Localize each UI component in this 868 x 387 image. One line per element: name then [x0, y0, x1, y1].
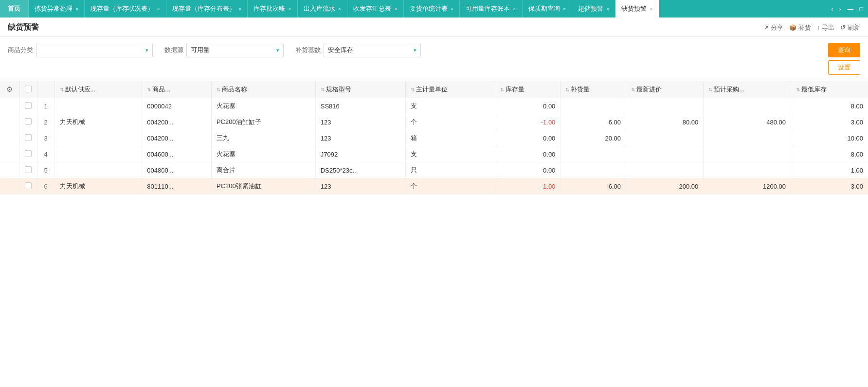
tab-exception-label: 拣货异常处理 — [35, 4, 72, 13]
table-row[interactable]: 2 力天机械 004200... PC200油缸缸子 123 个 -1.00 6… — [0, 114, 868, 130]
th-name-sort-icon[interactable]: ⇅ — [217, 87, 220, 92]
tab-expiry[interactable]: 保质期查询 × — [523, 0, 572, 18]
row-checkbox-3[interactable] — [25, 150, 32, 157]
replenish-value: 安全库存 — [328, 46, 353, 54]
window-minimize[interactable]: — — [844, 0, 856, 18]
tab-scroll-left[interactable]: ‹ — [828, 0, 836, 18]
th-checkbox — [19, 81, 37, 98]
td-rownum-0: 1 — [37, 98, 54, 114]
td-latest-price-3 — [626, 146, 703, 162]
page-title: 缺货预警 — [8, 22, 39, 33]
tab-shortage[interactable]: 缺货预警 × — [615, 0, 659, 18]
th-latest-price-sort-icon[interactable]: ⇅ — [631, 87, 635, 92]
table-row[interactable]: 4 004600... 火花塞 J7092 支 0.00 8.00 — [0, 146, 868, 162]
replenish-select[interactable]: 安全库存 ▾ — [324, 43, 421, 57]
th-replenish-qty-sort-icon[interactable]: ⇅ — [565, 87, 569, 92]
tab-demand-stat-close[interactable]: × — [451, 6, 453, 12]
share-icon: ↗ — [764, 24, 769, 31]
export-button[interactable]: ↑ 导出 — [817, 23, 834, 32]
tab-demand-stat-label: 要货单统计表 — [410, 4, 448, 13]
td-unit-5: 个 — [405, 178, 495, 194]
row-checkbox-5[interactable] — [25, 182, 32, 189]
datasource-chevron-icon: ▾ — [276, 47, 279, 53]
tab-expiry-close[interactable]: × — [563, 6, 566, 12]
td-code-0: 0000042 — [142, 98, 212, 114]
tab-nav-buttons: ‹ › — □ — [826, 0, 868, 18]
td-settings-5 — [0, 178, 19, 194]
td-rownum-1: 2 — [37, 114, 54, 130]
replenish-button[interactable]: 📦 补货 — [789, 23, 811, 32]
table-row[interactable]: 5 004800... 离合片 DS250*23c... 只 0.00 1.00 — [0, 162, 868, 178]
tab-inventory-dist-close[interactable]: × — [238, 6, 241, 12]
tab-inout-flow-close[interactable]: × — [338, 6, 341, 12]
tab-scroll-right[interactable]: › — [836, 0, 844, 18]
td-latest-price-1: 80.00 — [626, 114, 703, 130]
row-checkbox-2[interactable] — [25, 134, 32, 141]
td-settings-0 — [0, 98, 19, 114]
td-stock-4: 0.00 — [495, 162, 561, 178]
tab-inout-flow-label: 出入库流水 — [304, 4, 335, 13]
th-unit-sort-icon[interactable]: ⇅ — [411, 87, 415, 92]
th-min-stock-sort-icon[interactable]: ⇅ — [796, 87, 800, 92]
category-select[interactable]: ▾ — [36, 43, 153, 57]
select-all-checkbox[interactable] — [25, 86, 32, 92]
tab-exception-close[interactable]: × — [75, 6, 78, 12]
th-supplier-sort-icon[interactable]: ⇅ — [60, 87, 64, 92]
table-row[interactable]: 3 004200... 三九 123 箱 0.00 20.00 10.00 — [0, 130, 868, 146]
td-checkbox-0 — [19, 98, 37, 114]
th-code-sort-icon[interactable]: ⇅ — [147, 87, 151, 92]
td-rownum-4: 5 — [37, 162, 54, 178]
refresh-button[interactable]: ↺ 刷新 — [840, 23, 860, 32]
th-min-stock: ⇅ 最低库存 — [791, 81, 868, 98]
tab-inventory-dist[interactable]: 现存量（库存分布表） × — [166, 0, 248, 18]
tab-recv-send-close[interactable]: × — [394, 6, 397, 12]
share-button[interactable]: ↗ 分享 — [764, 23, 783, 32]
data-table: ⚙ ⇅ 默认供应... — [0, 81, 868, 194]
settings-button[interactable]: 设置 — [828, 60, 860, 75]
tab-available[interactable]: 可用量库存账本 × — [460, 0, 522, 18]
td-replenish-qty-0 — [561, 98, 626, 114]
window-maximize[interactable]: □ — [856, 0, 866, 18]
tab-inout-flow[interactable]: 出入库流水 × — [298, 0, 347, 18]
row-checkbox-0[interactable] — [25, 102, 32, 109]
tab-inventory-status-close[interactable]: × — [157, 6, 160, 12]
tab-batch-account-close[interactable]: × — [288, 6, 291, 12]
th-stock-label: 库存量 — [506, 85, 524, 94]
table-row[interactable]: 1 0000042 火花塞 SS816 支 0.00 8.00 — [0, 98, 868, 114]
tab-shortage-close[interactable]: × — [650, 6, 652, 12]
row-checkbox-4[interactable] — [25, 166, 32, 173]
td-stock-3: 0.00 — [495, 146, 561, 162]
tab-inventory-dist-label: 现存量（库存分布表） — [172, 4, 235, 13]
export-label: 导出 — [822, 23, 834, 32]
th-est-purchase-sort-icon[interactable]: ⇅ — [708, 87, 712, 92]
td-est-purchase-4 — [704, 162, 791, 178]
td-supplier-0 — [54, 98, 142, 114]
td-unit-1: 个 — [405, 114, 495, 130]
th-est-purchase: ⇅ 预计采购... — [704, 81, 791, 98]
query-button[interactable]: 查询 — [828, 43, 860, 57]
td-supplier-2 — [54, 130, 142, 146]
datasource-select[interactable]: 可用量 ▾ — [186, 43, 284, 57]
row-checkbox-1[interactable] — [25, 118, 32, 125]
th-spec-sort-icon[interactable]: ⇅ — [321, 87, 325, 92]
tab-demand-stat[interactable]: 要货单统计表 × — [404, 0, 460, 18]
th-stock-sort-icon[interactable]: ⇅ — [500, 87, 504, 92]
th-settings: ⚙ — [0, 81, 19, 98]
td-checkbox-3 — [19, 146, 37, 162]
tab-home[interactable]: 首页 — [0, 0, 29, 18]
tab-available-close[interactable]: × — [513, 6, 516, 12]
tab-home-label: 首页 — [8, 4, 20, 13]
table-settings-icon[interactable]: ⚙ — [6, 85, 13, 94]
td-stock-1: -1.00 — [495, 114, 561, 130]
td-name-0: 火花塞 — [211, 98, 315, 114]
table-row[interactable]: 6 力天机械 801110... PC200张紧油缸 123 个 -1.00 6… — [0, 178, 868, 194]
td-name-3: 火花塞 — [211, 146, 315, 162]
th-replenish-qty: ⇅ 补货量 — [561, 81, 626, 98]
tab-overstock-close[interactable]: × — [606, 6, 609, 12]
table-container: ⚙ ⇅ 默认供应... — [0, 81, 868, 194]
tab-recv-send[interactable]: 收发存汇总表 × — [347, 0, 403, 18]
tab-batch-account[interactable]: 库存批次账 × — [248, 0, 297, 18]
tab-overstock[interactable]: 超储预警 × — [572, 0, 615, 18]
tab-inventory-status[interactable]: 现存量（库存状况表） × — [85, 0, 166, 18]
tab-exception[interactable]: 拣货异常处理 × — [29, 0, 85, 18]
